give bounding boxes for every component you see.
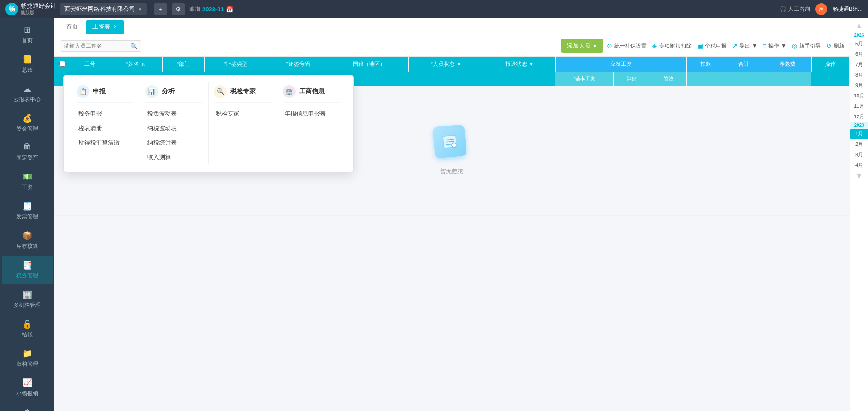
human-service-button[interactable]: 🎧 人工咨询	[780, 5, 810, 13]
empty-text: 暂无数据	[440, 167, 464, 175]
special-deduct-button[interactable]: ◈ 专项附加扣除	[652, 42, 692, 50]
analysis-section-icon: 📊	[145, 85, 158, 98]
header-right: 🎧 人工咨询 用 畅捷通B组...	[780, 3, 863, 15]
dropdown-item-tax-fluctuation[interactable]: 税负波动表	[145, 106, 203, 121]
social-icon: ⊙	[607, 42, 612, 49]
right-panel-month-1[interactable]: 1月	[850, 129, 868, 139]
guide-button[interactable]: ◎ 新手引导	[792, 42, 821, 50]
th-performance: 绩效	[650, 72, 687, 86]
sidebar-label-ledger: 总账	[22, 66, 33, 74]
sidebar-item-multi[interactable]: 🏢 多机构管理	[2, 285, 53, 314]
tax-declare-button[interactable]: ▣ 个税申报	[697, 42, 727, 50]
th-allowance: 津贴	[614, 72, 650, 86]
tax-management-dropdown: 📋 申报 税务申报 税表清册 所得税汇算清缴 📊 分析 税负波动表 纳税波动表 …	[63, 75, 354, 172]
search-input[interactable]	[64, 43, 127, 49]
user-name[interactable]: 畅捷通B组...	[833, 5, 863, 13]
right-panel-month-11[interactable]: 11月	[850, 101, 868, 111]
sidebar-item-asset[interactable]: 🏛 固定资产	[2, 138, 53, 166]
dropdown-item-income-tax[interactable]: 所得税汇算清缴	[77, 135, 134, 150]
settings-icon[interactable]: ⚙	[172, 3, 185, 15]
company-name: 西安虾米网络科技有限公司	[64, 5, 135, 13]
right-panel-up-icon[interactable]: ▲	[854, 20, 865, 32]
sidebar-label-salary: 工资	[22, 184, 33, 191]
salary-icon: 💵	[22, 172, 32, 182]
th-checkbox[interactable]	[54, 57, 71, 72]
expert-section-icon: 🔍	[214, 85, 227, 98]
tax-declare-label: 个税申报	[705, 42, 727, 50]
calendar-icon[interactable]: 📅	[226, 6, 233, 13]
special-icon: ◈	[652, 42, 657, 49]
special-label: 专项附加扣除	[659, 42, 692, 50]
name-sort-icon[interactable]: ⇅	[141, 62, 145, 67]
dropdown-item-tax-declare[interactable]: 税务申报	[77, 106, 134, 121]
tab-bar: 首页 工资表 ✕	[54, 18, 850, 35]
right-panel-month-12[interactable]: 12月	[850, 111, 868, 122]
tab-close-icon[interactable]: ✕	[113, 24, 117, 30]
add-person-button[interactable]: 添加人员 ▼	[561, 39, 603, 53]
operate-button[interactable]: ≡ 操作 ▼	[763, 42, 786, 50]
empty-icon-inner	[432, 124, 467, 159]
period-value: 2023-01	[202, 6, 224, 13]
sidebar-item-basic[interactable]: ⚙ 基础设置	[2, 403, 53, 411]
right-panel-month-6[interactable]: 6月	[850, 49, 868, 59]
dropdown-item-tax-wave[interactable]: 纳税波动表	[145, 121, 203, 135]
sidebar-item-invoice[interactable]: 🧾 发票管理	[2, 197, 53, 225]
company-selector[interactable]: 西安虾米网络科技有限公司 ▼	[60, 3, 147, 15]
sidebar-item-ledger[interactable]: 📒 总账	[2, 50, 53, 78]
th-cert-no: *证鉴号码	[267, 57, 330, 72]
logo-area: 畅 畅捷通好会计 旗舰版	[5, 2, 60, 16]
logo-icon: 畅	[5, 3, 18, 15]
sidebar-label-invoice: 发票管理	[16, 213, 38, 221]
sidebar-item-inventory[interactable]: 📦 库存核算	[2, 226, 53, 255]
sidebar-item-tax[interactable]: 📑 税务管理	[2, 256, 53, 284]
sidebar-label-inventory: 库存核算	[16, 242, 38, 250]
right-panel-year-2023-label: 2023	[850, 122, 868, 129]
sidebar-item-home[interactable]: ⊞ 首页	[2, 20, 53, 49]
sidebar: ⊞ 首页 📒 总账 ☁ 云报表中心 💰 资金管理 🏛 固定资产 💵 工资 🧾 发…	[0, 18, 54, 411]
right-panel-month-8[interactable]: 8月	[850, 70, 868, 80]
dropdown-item-annual-report[interactable]: 年报信息申报表	[283, 106, 341, 121]
shen-section-title: 申报	[93, 87, 106, 96]
right-panel-month-10[interactable]: 10月	[850, 91, 868, 101]
sidebar-item-report[interactable]: 📈 小畅报销	[2, 373, 53, 402]
social-insurance-button[interactable]: ⊙ 统一社保设置	[607, 42, 647, 50]
report-status-filter-icon[interactable]: ▼	[529, 61, 534, 67]
th-cert-type: *证鉴类型	[204, 57, 267, 72]
add-company-button[interactable]: +	[154, 3, 167, 15]
business-section-icon: 🏢	[283, 85, 296, 98]
sidebar-label-fund: 资金管理	[16, 125, 38, 133]
dropdown-item-tax-stats[interactable]: 纳税统计表	[145, 135, 203, 150]
select-all-checkbox[interactable]	[59, 61, 65, 67]
human-service-label: 人工咨询	[788, 5, 810, 13]
th-pension: 养老费	[763, 57, 811, 72]
tab-salary[interactable]: 工资表 ✕	[86, 20, 124, 34]
report-icon: 📈	[22, 378, 32, 388]
right-panel-month-4[interactable]: 4月	[850, 160, 868, 170]
dropdown-item-expert[interactable]: 税检专家	[214, 106, 272, 121]
sidebar-label-asset: 固定资产	[16, 154, 38, 162]
sidebar-item-archive[interactable]: 📁 归档管理	[2, 344, 53, 372]
right-panel-month-5[interactable]: 5月	[850, 39, 868, 49]
export-icon: ↗	[732, 42, 737, 49]
analysis-section-title: 分析	[162, 87, 175, 96]
th-name: *姓名 ⇅	[109, 57, 162, 72]
dropdown-item-income-calc[interactable]: 收入测算	[145, 150, 203, 164]
right-panel-down-icon[interactable]: ▼	[854, 170, 865, 182]
right-panel-month-3[interactable]: 3月	[850, 150, 868, 160]
person-status-filter-icon[interactable]: ▼	[456, 61, 461, 67]
tax-declare-icon: ▣	[697, 42, 703, 49]
sidebar-item-cloud[interactable]: ☁ 云报表中心	[2, 79, 53, 108]
right-panel-month-2[interactable]: 2月	[850, 139, 868, 150]
right-panel-month-9[interactable]: 9月	[850, 80, 868, 91]
dropdown-item-tax-table[interactable]: 税表清册	[77, 121, 134, 135]
svg-line-3	[446, 144, 451, 145]
refresh-button[interactable]: ↺ 刷新	[826, 42, 844, 50]
sidebar-item-fund[interactable]: 💰 资金管理	[2, 109, 53, 137]
export-button[interactable]: ↗ 导出 ▼	[732, 42, 757, 50]
tab-home[interactable]: 首页	[60, 20, 84, 34]
sidebar-item-salary[interactable]: 💵 工资	[2, 167, 53, 196]
fund-icon: 💰	[22, 113, 32, 123]
sidebar-item-close[interactable]: 🔒 结账	[2, 314, 53, 343]
app-name: 畅捷通好会计	[21, 2, 56, 10]
right-panel-month-7[interactable]: 7月	[850, 59, 868, 70]
